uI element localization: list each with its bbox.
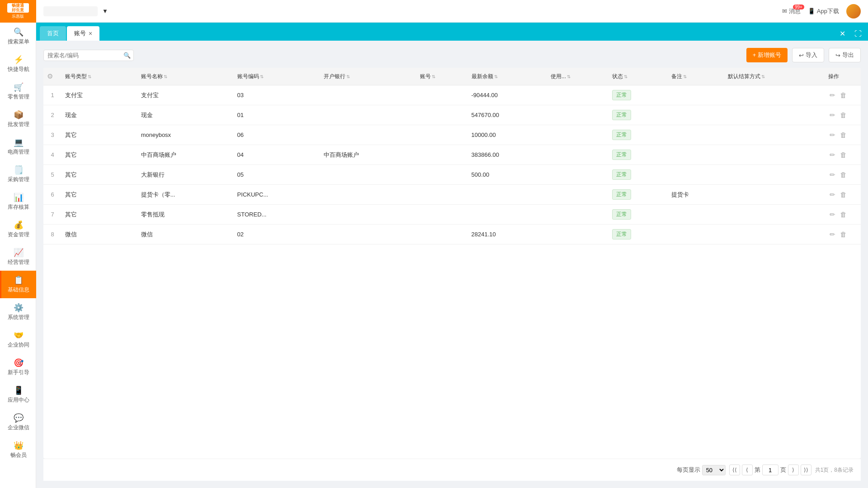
logo-text: 畅捷通好生意	[12, 4, 24, 13]
sidebar-logo: 畅捷通好生意 乐惠版	[0, 0, 36, 23]
row-num: 3	[43, 125, 61, 145]
edit-button[interactable]: ✏	[830, 171, 835, 178]
sidebar-icon-retail-mgmt: 🛒	[14, 82, 24, 92]
sidebar-item-wholesale-mgmt[interactable]: 📦批发管理	[0, 105, 36, 133]
th-type: 账号类型⇅	[61, 68, 137, 85]
edit-button[interactable]: ✏	[830, 151, 835, 159]
sidebar-icon-biz-agreement: 🤝	[14, 330, 24, 340]
row-num: 7	[43, 205, 61, 225]
sidebar-item-retail-mgmt[interactable]: 🛒零售管理	[0, 78, 36, 105]
account-table-container: ⚙ 账号类型⇅ 账号名称⇅ 账号编码⇅ 开户银行⇅	[43, 68, 861, 459]
row-num: 8	[43, 225, 61, 244]
row-name: 提货卡（零...	[137, 185, 234, 205]
status-badge: 正常	[612, 169, 631, 180]
search-input[interactable]	[47, 52, 123, 59]
delete-button[interactable]: 🗑	[840, 211, 847, 218]
delete-button[interactable]: 🗑	[840, 131, 847, 139]
sidebar-icon-newbie-guide: 🎯	[14, 358, 24, 368]
topbar-search-box[interactable]	[43, 6, 98, 16]
tab-home-label: 首页	[47, 29, 59, 38]
msg-button[interactable]: ✉ 消息 99+	[782, 7, 801, 15]
edit-button[interactable]: ✏	[830, 211, 835, 218]
row-balance: 383866.00	[468, 145, 547, 165]
tab-home[interactable]: 首页	[40, 26, 66, 41]
status-badge: 正常	[612, 189, 631, 200]
row-usage	[547, 105, 609, 125]
row-action: ✏ 🗑	[825, 145, 861, 165]
sidebar-item-newbie-guide[interactable]: 🎯新手引导	[0, 353, 36, 381]
tab-account-close[interactable]: ×	[89, 30, 92, 37]
tab-close-icon[interactable]: ✕	[837, 28, 848, 39]
content-area: 🔍 + 新增账号 ↩ 导入 ↪ 导出 ⚙	[36, 41, 868, 488]
delete-button[interactable]: 🗑	[840, 91, 847, 99]
sidebar-item-app-center[interactable]: 📱应用中心	[0, 381, 36, 408]
delete-button[interactable]: 🗑	[840, 191, 847, 198]
row-usage	[547, 165, 609, 185]
table-row: 4 其它 中百商场账户 04 中百商场账户 383866.00 正常 ✏ 🗑	[43, 145, 861, 165]
row-bank	[320, 225, 416, 244]
row-usage	[547, 225, 609, 244]
th-account: 账号⇅	[416, 68, 467, 85]
sidebar-item-search-menu[interactable]: 🔍搜索菜单	[0, 23, 36, 50]
app-download-button[interactable]: 📱 App下载	[808, 7, 839, 15]
delete-button[interactable]: 🗑	[840, 111, 847, 119]
topbar-dropdown[interactable]: ▼	[102, 8, 108, 14]
app-icon: 📱	[808, 8, 815, 14]
export-button[interactable]: ↪ 导出	[829, 48, 861, 62]
delete-button[interactable]: 🗑	[840, 230, 847, 238]
sidebar-item-quick-nav[interactable]: ⚡快捷导航	[0, 50, 36, 78]
page-first-button[interactable]: ⟨⟨	[729, 465, 740, 475]
user-avatar[interactable]	[846, 4, 861, 19]
topbar-search-input[interactable]	[47, 8, 83, 14]
edit-button[interactable]: ✏	[830, 131, 835, 139]
logo-image: 畅捷通好生意	[7, 3, 29, 13]
sidebar-item-inventory[interactable]: 📊库存核算	[0, 188, 36, 216]
sidebar-item-purchase-mgmt[interactable]: 🗒️采购管理	[0, 160, 36, 188]
row-action: ✏ 🗑	[825, 105, 861, 125]
row-action: ✏ 🗑	[825, 185, 861, 205]
sidebar-icon-wholesale-mgmt: 📦	[14, 110, 24, 120]
page-next-button[interactable]: ⟩	[788, 465, 799, 475]
sidebar-item-capital-mgmt[interactable]: 💰资金管理	[0, 216, 36, 243]
page-prev-button[interactable]: ⟨	[742, 465, 753, 475]
sidebar-item-member[interactable]: 👑畅会员	[0, 436, 36, 464]
search-icon[interactable]: 🔍	[123, 52, 131, 59]
sidebar-item-ops-mgmt[interactable]: 📈经营管理	[0, 243, 36, 271]
row-remark	[668, 225, 724, 244]
import-button[interactable]: ↩ 导入	[792, 48, 824, 62]
table-row: 3 其它 moneybosx 06 10000.00 正常 ✏ 🗑	[43, 125, 861, 145]
edit-button[interactable]: ✏	[830, 111, 835, 119]
sidebar-item-basic-info[interactable]: 📋基础信息	[0, 271, 36, 298]
sidebar-item-sys-mgmt[interactable]: ⚙️系统管理	[0, 298, 36, 326]
page-size-select[interactable]: 50 100	[702, 465, 726, 475]
edit-button[interactable]: ✏	[830, 230, 835, 238]
import-icon: ↩	[799, 52, 804, 59]
row-num: 1	[43, 85, 61, 105]
row-status: 正常	[609, 165, 668, 185]
sidebar-icon-biz-wechat: 💬	[14, 413, 24, 423]
row-default-pay	[724, 105, 825, 125]
sidebar-item-biz-wechat[interactable]: 💬企业微信	[0, 408, 36, 436]
row-bank: 中百商场账户	[320, 145, 416, 165]
row-action: ✏ 🗑	[825, 85, 861, 105]
delete-button[interactable]: 🗑	[840, 171, 847, 178]
row-status: 正常	[609, 205, 668, 225]
page-size-label: 每页显示	[677, 466, 700, 474]
sidebar-icon-app-center: 📱	[14, 385, 24, 395]
table-row: 5 其它 大新银行 05 500.00 正常 ✏ 🗑	[43, 165, 861, 185]
sidebar-item-biz-agreement[interactable]: 🤝企业协同	[0, 326, 36, 353]
edit-button[interactable]: ✏	[830, 91, 835, 99]
edit-button[interactable]: ✏	[830, 191, 835, 198]
search-box[interactable]: 🔍	[43, 50, 134, 61]
page-last-button[interactable]: ⟩⟩	[801, 465, 811, 475]
delete-button[interactable]: 🗑	[840, 151, 847, 159]
column-settings-icon[interactable]: ⚙	[47, 72, 53, 80]
add-account-button[interactable]: + 新增账号	[746, 48, 788, 62]
status-badge: 正常	[612, 90, 631, 100]
page-number-input[interactable]	[762, 465, 778, 475]
row-type: 其它	[61, 125, 137, 145]
tab-account[interactable]: 账号 ×	[67, 26, 99, 41]
sidebar-item-ecom-mgmt[interactable]: 💻电商管理	[0, 133, 36, 160]
avatar-image	[846, 4, 861, 19]
tab-expand-icon[interactable]: ⛶	[852, 29, 864, 39]
